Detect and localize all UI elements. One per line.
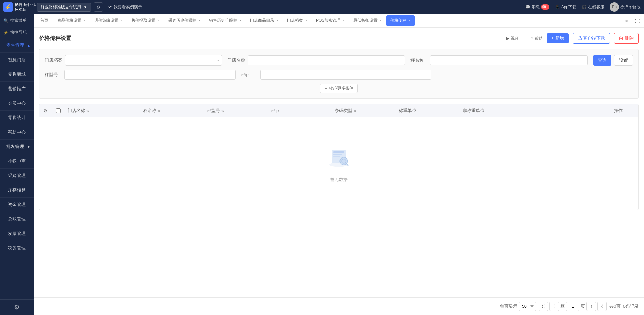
page-number-input[interactable]: [566, 302, 579, 311]
service-icon: 🎧: [582, 5, 587, 9]
sidebar-settings[interactable]: ⚙: [0, 299, 34, 315]
store-file-btn[interactable]: ···: [213, 58, 222, 63]
sidebar-item-retail-mall[interactable]: 零售商城: [0, 67, 34, 82]
tab-close-icon[interactable]: ×: [83, 19, 85, 22]
col-scale-model-header[interactable]: 秤型号 ⇅: [204, 108, 268, 114]
sidebar-item-wholesale[interactable]: 批发管理 ▼: [0, 140, 34, 154]
tab-price-transfer[interactable]: 价格传秤 ×: [386, 15, 415, 26]
divider: |: [524, 36, 525, 41]
scale-ip-label: 秤ip: [241, 72, 258, 78]
query-button[interactable]: 查询: [593, 55, 611, 66]
first-page-button[interactable]: ⟨⟨: [539, 302, 548, 311]
page-actions: ▶ 视频 | ? 帮助 + 新增 凸 客户端下载 向 删除: [506, 33, 639, 44]
settings-gear-icon: ⚙: [14, 304, 20, 311]
client-download-button[interactable]: 凸 客户端下载: [573, 33, 610, 44]
version-selector[interactable]: 好业财标准版交付试用 ▼: [37, 3, 91, 12]
tab-close-icon[interactable]: ×: [239, 19, 241, 22]
tab-close-icon[interactable]: ×: [305, 19, 307, 22]
message-badge: 99+: [541, 4, 549, 10]
message-icon: 💬: [525, 5, 530, 9]
logo-icon: ⚡: [3, 2, 13, 12]
logo-text: 畅捷通好业财 标准版: [15, 2, 37, 12]
download-icon: 📱: [555, 5, 560, 9]
tab-close-icon[interactable]: ×: [343, 19, 345, 22]
sidebar-item-inventory[interactable]: 库存核算: [0, 183, 34, 198]
tab-sale-price[interactable]: 售价提取设置 ×: [127, 15, 164, 26]
tab-home[interactable]: 首页: [36, 15, 52, 26]
tab-sales-history[interactable]: 销售历史价跟踪 ×: [205, 15, 245, 26]
svg-rect-4: [333, 156, 340, 157]
sidebar-item-ledger[interactable]: 总账管理: [0, 212, 34, 226]
sidebar-item-help-center[interactable]: 帮助中心: [0, 125, 34, 140]
scale-ip-input[interactable]: [260, 70, 432, 80]
settings-icon[interactable]: ⚙: [94, 2, 103, 12]
prev-page-button[interactable]: ⟨: [549, 302, 559, 311]
tab-store-file[interactable]: 门店档案 ×: [283, 15, 311, 26]
pagination: 每页显示 50 10 20 100 ⟨⟨ ⟨ 算 页 ⟩ ⟩⟩ 共0页, 0条记…: [34, 297, 644, 315]
tab-pos-encryption[interactable]: POS加密管理 ×: [312, 15, 349, 26]
col-store-name-header[interactable]: 门店名称 ⇅: [65, 108, 141, 114]
sidebar-item-ecommerce[interactable]: 小畅电商: [0, 154, 34, 169]
tab-close-all-button[interactable]: ×: [622, 17, 631, 25]
tab-close-icon[interactable]: ×: [157, 19, 159, 22]
store-name-input[interactable]: [248, 55, 405, 65]
tab-close-icon[interactable]: ×: [408, 19, 410, 22]
tab-close-icon[interactable]: ×: [276, 19, 278, 22]
next-page-button[interactable]: ⟩: [586, 302, 596, 311]
sidebar-item-member-center[interactable]: 会员中心: [0, 96, 34, 111]
store-name-field: 门店名称: [227, 55, 405, 65]
tab-close-icon[interactable]: ×: [120, 19, 122, 22]
settings-col-icon: ⚙: [43, 108, 47, 113]
sidebar-item-marketing[interactable]: 营销推广: [0, 82, 34, 96]
scale-ip-field: 秤ip: [241, 70, 432, 80]
scale-model-input[interactable]: [64, 70, 236, 80]
sidebar-item-retail-management[interactable]: 零售管理 ▲: [0, 38, 34, 53]
app-download-button[interactable]: 📱 App下载: [555, 4, 576, 10]
col-settings[interactable]: ⚙: [39, 108, 51, 113]
tab-close-icon[interactable]: ×: [199, 19, 201, 22]
tab-purchase-strategy[interactable]: 进价策略设置 ×: [90, 15, 127, 26]
tab-store-catalog[interactable]: 门店商品目录 ×: [246, 15, 282, 26]
per-page-select[interactable]: 50 10 20 100: [519, 302, 536, 311]
messages-button[interactable]: 💬 消息 99+: [525, 4, 549, 10]
tab-min-discount[interactable]: 最低折扣设置 ×: [349, 15, 386, 26]
help-link[interactable]: ? 帮助: [531, 36, 543, 41]
sidebar-item-finance[interactable]: 资金管理: [0, 198, 34, 212]
sidebar-item-invoice[interactable]: 发票管理: [0, 226, 34, 241]
avatar: Ea: [610, 2, 619, 12]
page-content: 价格传秤设置 ▶ 视频 | ? 帮助 + 新增 凸 客户端下载: [34, 28, 644, 297]
content-area: 首页 商品价格设置 × 进价策略设置 × 售价提取设置 × 采购历史价跟踪 × …: [34, 14, 644, 315]
video-link[interactable]: ▶ 视频: [506, 36, 519, 41]
app-logo: ⚡ 畅捷通好业财 标准版: [3, 2, 37, 12]
sidebar-item-retail-stats[interactable]: 零售统计: [0, 111, 34, 125]
tab-close-icon[interactable]: ×: [380, 19, 382, 22]
col-actions-header: 操作: [611, 108, 638, 114]
sort-icon: ⇅: [221, 109, 224, 113]
col-barcode-type-header[interactable]: 条码类型 ⇅: [332, 108, 396, 114]
select-all-checkbox[interactable]: [56, 108, 61, 113]
col-scale-name-header[interactable]: 秤名称 ⇅: [141, 108, 205, 114]
sort-icon: ⇅: [158, 109, 160, 113]
sidebar-search[interactable]: 🔍 搜索菜单: [0, 14, 34, 27]
settings-button[interactable]: 设置: [614, 55, 633, 66]
tab-purchase-history[interactable]: 采购历史价跟踪 ×: [164, 15, 205, 26]
sidebar-quick-nav[interactable]: ⚡ 快捷导航: [0, 27, 34, 38]
collapse-button[interactable]: ∧ 收起更多条件: [320, 84, 357, 93]
col-non-weight-unit-header: 非称重单位: [460, 108, 611, 114]
top-bar: ⚡ 畅捷通好业财 标准版 好业财标准版交付试用 ▼ ⚙ 👁 我要看实例演示 💬 …: [0, 0, 644, 14]
scale-name-input[interactable]: [430, 55, 588, 65]
demo-button[interactable]: 👁 我要看实例演示: [108, 4, 142, 10]
sidebar-item-tax[interactable]: 税务管理: [0, 241, 34, 255]
scale-name-label: 秤名称: [410, 57, 427, 63]
online-service-button[interactable]: 🎧 在线客服: [582, 4, 604, 10]
delete-button[interactable]: 向 删除: [614, 33, 639, 44]
last-page-button[interactable]: ⟩⟩: [597, 302, 607, 311]
user-menu[interactable]: Ea 徐泽华修改: [610, 2, 641, 12]
add-button[interactable]: + 新增: [547, 33, 569, 43]
sidebar-item-purchase[interactable]: 采购管理: [0, 169, 34, 183]
sidebar-item-smart-store[interactable]: 智慧门店: [0, 53, 34, 67]
page-input-label: 算: [560, 303, 565, 309]
tab-expand-icon[interactable]: ⛶: [633, 17, 641, 25]
tab-product-price[interactable]: 商品价格设置 ×: [53, 15, 90, 26]
store-file-input[interactable]: [65, 55, 213, 65]
